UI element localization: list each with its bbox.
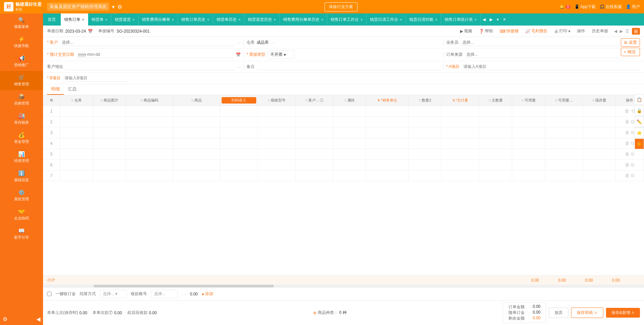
close-icon[interactable]: ✕ <box>207 18 210 22</box>
address-input[interactable] <box>65 63 235 70</box>
col-available2[interactable]: ⇅可用量... <box>545 95 582 106</box>
one-click-checkbox[interactable] <box>47 292 51 296</box>
sidebar-item-quick[interactable]: ⚡ 快捷导航 <box>0 33 43 52</box>
expected-date-input[interactable] <box>76 51 234 58</box>
sidebar-item-search[interactable]: 🔍 搜索菜单 <box>0 13 43 33</box>
rs-icon-list[interactable]: 📋 <box>635 94 644 105</box>
save-draft-button[interactable]: 保存草稿 ∨ <box>571 308 603 318</box>
sidebar-item-guide[interactable]: 📖 新手引导 <box>0 224 43 243</box>
address-more-btn[interactable]: ··· <box>237 64 241 70</box>
delete-icon[interactable]: 🗑 <box>624 161 630 168</box>
row-main-qty[interactable] <box>479 106 512 117</box>
rs-icon-special[interactable]: 🔶 <box>635 138 644 149</box>
tab-daily-workbench[interactable]: 钱货日清工作台 ✕ <box>367 13 406 26</box>
invoice-select[interactable]: 不开票 ▾ <box>267 50 294 59</box>
prev-record-btn[interactable]: ◀ <box>614 29 617 34</box>
scan-btn[interactable]: 扫码录入 <box>222 97 256 104</box>
topbar-settings-icon[interactable]: ⚙ <box>117 4 122 10</box>
tab-home[interactable]: 首页 <box>43 13 61 26</box>
sidebar-item-sales[interactable]: 🛒 销售管理 <box>0 71 43 90</box>
help-btn[interactable]: ❓ 帮助 <box>477 28 495 35</box>
col-scan[interactable]: 扫码录入 <box>220 95 258 106</box>
save-new-button[interactable]: 保存&新增 ∧ <box>606 308 640 318</box>
sidebar-item-inventory[interactable]: 🏭 库存核算 <box>0 109 43 128</box>
col-qty2[interactable]: ⇅数量2 <box>408 95 441 106</box>
app-download-btn[interactable]: 📱 App下载 <box>574 4 596 10</box>
warehouse-more-btn[interactable]: ··· <box>271 40 275 45</box>
close-icon[interactable]: ✕ <box>400 18 402 22</box>
delete-icon[interactable]: 🗑 <box>624 129 630 136</box>
col-settings[interactable]: ⚙ <box>43 95 60 106</box>
col-attr[interactable]: ⇅属性 <box>333 95 366 106</box>
tab-detail[interactable]: 明细 <box>47 84 64 95</box>
user-btn[interactable]: 👤 用户 <box>626 4 640 10</box>
row-available2[interactable] <box>545 106 582 117</box>
operate-btn[interactable]: 操作 <box>575 28 587 35</box>
sidebar-item-system[interactable]: ⚙️ 系统管理 <box>0 186 43 205</box>
col-main-unit[interactable]: ⇅*主计量 <box>441 95 479 106</box>
sidebar-item-marketing[interactable]: 📢 营销推广 <box>0 52 43 71</box>
notification-btn[interactable]: 🔔 9 <box>560 4 570 9</box>
horizontal-scrollbar[interactable] <box>43 285 644 287</box>
row-code[interactable] <box>126 106 173 117</box>
scroll-thumb[interactable] <box>93 285 274 287</box>
account-more-btn[interactable]: ··· <box>182 291 186 297</box>
close-icon[interactable]: ✕ <box>238 18 241 22</box>
row-attr[interactable] <box>333 106 366 117</box>
delete-icon[interactable]: 🗑 <box>624 151 630 157</box>
dropdown-icon[interactable]: ▾ <box>112 4 115 10</box>
close-icon[interactable]: ✕ <box>474 18 477 22</box>
history-btn[interactable]: 历史单据 <box>590 28 610 35</box>
tab-menu-btn[interactable]: ▾ <box>495 13 501 26</box>
tab-sales-bill[interactable]: 销货单 ✕ <box>88 13 111 26</box>
settings-button[interactable]: ⚙ 设置 <box>621 38 640 47</box>
rs-icon-star[interactable]: ⭐ <box>635 127 644 138</box>
sidebar-item-finance[interactable]: 💰 资金管理 <box>0 128 43 148</box>
notes-input[interactable] <box>257 63 440 70</box>
view-btn[interactable]: ▶ 视频 <box>458 28 474 35</box>
delete-icon[interactable]: 🗑 <box>624 172 630 179</box>
tab-summary[interactable]: 汇总 <box>64 84 81 95</box>
grid-view-btn[interactable]: ☰ <box>626 29 629 34</box>
col-current[interactable]: ⇅现存量 <box>582 95 615 106</box>
col-main-qty[interactable]: ⇅主数量 <box>479 95 512 106</box>
order-source-input[interactable] <box>464 51 634 58</box>
row-image[interactable] <box>93 106 126 117</box>
tab-expense-history[interactable]: 销售费用分摊单历史 ✕ <box>280 13 327 26</box>
row-name[interactable] <box>173 106 220 117</box>
col-available[interactable]: ⇅可用量 <box>512 95 545 106</box>
tab-daily-reconcile[interactable]: 钱货日清对账 ✕ <box>406 13 441 26</box>
date-picker-icon[interactable]: 📅 <box>236 52 241 57</box>
row-main-unit[interactable] <box>441 106 479 117</box>
col-spec[interactable]: ⇅规格型号 <box>258 95 295 106</box>
b-project-input[interactable] <box>63 75 130 82</box>
calendar-icon[interactable]: 📅 <box>88 29 93 34</box>
close-icon[interactable]: ✕ <box>435 18 438 22</box>
delete-icon[interactable]: 🗑 <box>624 118 630 125</box>
payment-method-select[interactable]: 选择... ▾ <box>100 290 127 298</box>
col-unit[interactable]: ⇅*销售单位 <box>366 95 408 106</box>
row-warehouse[interactable] <box>60 106 93 117</box>
tab-sales-stats[interactable]: 销售订单统计表 ✕ <box>441 13 481 26</box>
col-image[interactable]: ⇅商品图片 <box>93 95 126 106</box>
tab-close-all-btn[interactable]: ✕ <box>501 13 508 26</box>
sidebar-item-basic[interactable]: ℹ️ 基础信息 <box>0 167 43 186</box>
close-icon[interactable]: ✕ <box>172 18 174 22</box>
tab-sales-expense[interactable]: 销售费用分摊单 ✕ <box>139 13 178 26</box>
tab-sales-return[interactable]: 销货退货 ✕ <box>111 13 139 26</box>
staff-input[interactable] <box>460 39 634 46</box>
sidebar-collapse-icon[interactable]: ◀ <box>36 316 40 322</box>
add-product-icon[interactable]: ⊕ <box>313 311 316 315</box>
row-spec[interactable] <box>258 106 295 117</box>
tab-return-history[interactable]: 销货退货历史 ✕ <box>244 13 280 26</box>
account-select[interactable]: 选择... <box>151 290 178 298</box>
sidebar-settings-icon[interactable]: ⚙ <box>3 316 7 322</box>
print-btn[interactable]: 🖨 打印 ▾ <box>552 28 572 35</box>
sidebar-item-operations[interactable]: 📊 经营管理 <box>0 148 43 167</box>
add-payment-btn[interactable]: ● 添加 <box>202 291 213 297</box>
close-icon[interactable]: ✕ <box>273 18 276 22</box>
close-icon[interactable]: ✕ <box>105 18 108 22</box>
sidebar-item-enterprise[interactable]: 🤝 企业协同 <box>0 205 43 224</box>
close-icon[interactable]: ✕ <box>132 18 135 22</box>
copy-icon[interactable]: ⧉ <box>630 161 635 168</box>
